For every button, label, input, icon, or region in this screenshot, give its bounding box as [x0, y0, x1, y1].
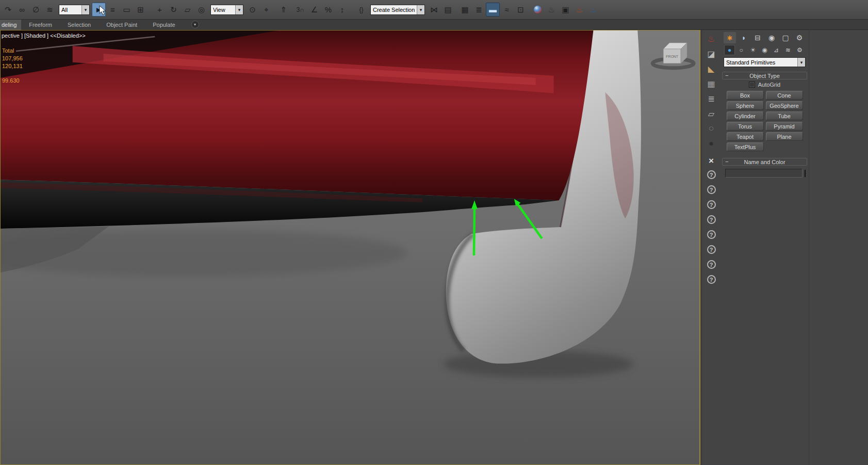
named-selection-sets-icon[interactable]: {} [354, 3, 368, 17]
subtab-space-warps[interactable]: ≋ [782, 45, 793, 55]
tab-object-paint[interactable]: Object Paint [99, 20, 145, 30]
teapot-button[interactable]: Teapot [727, 132, 764, 141]
dropdown-arrow-icon: ▾ [235, 5, 243, 14]
rendered-frame-icon[interactable]: ▣ [559, 3, 572, 17]
render-flyout-icon[interactable]: ♨ [586, 3, 600, 17]
help-icon[interactable]: ? [707, 245, 716, 254]
cylinder-button[interactable]: Cylinder [727, 111, 764, 120]
window-crossing-icon[interactable]: ⊞ [134, 3, 148, 17]
viewcube-front-label: FRONT [666, 55, 679, 58]
help-icon[interactable]: ? [707, 185, 716, 194]
object-name-input[interactable] [725, 169, 803, 178]
dropdown-arrow-icon: ▾ [797, 58, 805, 67]
help-icon[interactable]: ? [707, 230, 716, 239]
spinner-snap-icon[interactable]: ↕ [335, 3, 349, 17]
checker-map-icon[interactable]: ▦ [706, 78, 717, 89]
car-body[interactable] [1, 30, 593, 200]
select-and-scale-icon[interactable]: ▱ [181, 3, 194, 17]
close-icon[interactable]: × [709, 156, 714, 166]
tube-button[interactable]: Tube [766, 111, 803, 120]
ribbon-config-button[interactable]: ▾ [191, 21, 199, 28]
perspective-viewport[interactable]: FRONT pective ] [Shaded ] <<Disabled>> T… [0, 30, 700, 465]
tab-display[interactable]: ▢ [779, 32, 792, 43]
sphere-icon[interactable]: ● [706, 138, 717, 149]
curve-editor-icon[interactable]: ≈ [500, 3, 514, 17]
reference-coordinate-system-dropdown[interactable]: View ▾ [210, 5, 243, 15]
scene-explorer-icon[interactable]: ▦ [458, 3, 472, 17]
help-icon[interactable]: ? [707, 260, 716, 269]
select-by-name-icon[interactable]: ≡ [106, 3, 120, 17]
help-icon[interactable]: ? [707, 200, 716, 209]
redo-icon[interactable]: ↷ [1, 3, 15, 17]
tab-selection[interactable]: Selection [60, 20, 99, 30]
layer-stack-icon[interactable]: ≣ [706, 93, 717, 104]
subtab-systems[interactable]: ⚙ [794, 45, 805, 55]
unlink-selection-icon[interactable]: ∅ [29, 3, 43, 17]
subtab-geometry[interactable]: ● [724, 45, 735, 55]
select-and-manipulate-icon[interactable]: ⌖ [259, 3, 273, 17]
layer-explorer-icon[interactable]: ≣ [472, 3, 486, 17]
named-selection-value: Create Selection Se [373, 7, 416, 13]
render-setup-icon[interactable]: ♨ [545, 3, 559, 17]
select-and-link-icon[interactable]: ∞ [15, 3, 29, 17]
percent-snap-icon[interactable]: % [321, 3, 335, 17]
object-type-title: Object Type [749, 73, 780, 79]
tab-hierarchy[interactable]: ⊟ [751, 32, 764, 43]
sphere-button[interactable]: Sphere [727, 101, 764, 110]
material-sphere-glyph [534, 6, 542, 13]
textplus-button[interactable]: TextPlus [727, 142, 764, 151]
select-and-move-icon[interactable]: + [153, 3, 167, 17]
geosphere-button[interactable]: GeoSphere [766, 101, 803, 110]
subtab-helpers[interactable]: ⊿ [771, 45, 782, 55]
dotted-sphere-icon[interactable]: ◌ [706, 123, 717, 134]
command-panel: ∗ ◗ ⊟ ◉ ▢ ⚙ ● ○ ☀ ◉ ⊿ ≋ ⚙ Standard Primi… [720, 30, 809, 465]
paint-bucket-icon[interactable]: ◪ [706, 48, 717, 59]
pyramid-button[interactable]: Pyramid [766, 122, 803, 131]
ribbon-toggle-icon[interactable]: ▬ [486, 3, 500, 17]
named-selection-dropdown[interactable]: Create Selection Se ▾ [370, 5, 425, 15]
tab-modify[interactable]: ◗ [738, 32, 750, 43]
subtab-cameras[interactable]: ◉ [759, 45, 770, 55]
align-icon[interactable]: ▤ [441, 3, 455, 17]
tab-motion[interactable]: ◉ [765, 32, 778, 43]
object-color-swatch[interactable] [805, 170, 806, 177]
help-icon[interactable]: ? [707, 275, 716, 284]
tab-modeling[interactable]: deling [0, 20, 21, 30]
subtab-shapes[interactable]: ○ [736, 45, 747, 55]
select-object-icon[interactable]: ► [92, 3, 106, 17]
object-type-rollout-header[interactable]: − Object Type [722, 72, 807, 79]
select-and-place-icon[interactable]: ◎ [194, 3, 208, 17]
schematic-view-icon[interactable]: ⊡ [514, 3, 528, 17]
autogrid-checkbox[interactable] [749, 82, 755, 88]
snaps-toggle-3d-icon[interactable]: 3∩ [293, 3, 307, 17]
tab-freeform[interactable]: Freeform [21, 20, 60, 30]
use-center-icon[interactable]: ⊙ [245, 3, 259, 17]
tab-create[interactable]: ∗ [724, 32, 736, 43]
render-teapot-icon[interactable]: ♨ [706, 33, 717, 44]
triangle-ruler-icon[interactable]: ◣ [706, 63, 717, 74]
keyboard-override-icon[interactable]: ⇑ [276, 3, 290, 17]
render-production-icon[interactable]: ♨ [572, 3, 586, 17]
tab-populate[interactable]: Populate [145, 20, 183, 30]
help-icon[interactable]: ? [707, 215, 716, 224]
selection-filter-dropdown[interactable]: All ▾ [59, 5, 90, 15]
mirror-icon[interactable]: ⋈ [427, 3, 441, 17]
bind-to-space-warp-icon[interactable]: ≋ [43, 3, 57, 17]
dock-empty-area [809, 30, 868, 465]
help-icon[interactable]: ? [707, 170, 716, 179]
angle-snap-icon[interactable]: ∠ [307, 3, 321, 17]
command-panel-tabs: ∗ ◗ ⊟ ◉ ▢ ⚙ [720, 31, 809, 44]
subtab-lights[interactable]: ☀ [747, 45, 758, 55]
cone-button[interactable]: Cone [766, 91, 803, 100]
rectangular-selection-icon[interactable]: ▭ [120, 3, 134, 17]
select-and-rotate-icon[interactable]: ↻ [167, 3, 181, 17]
geometry-category-dropdown[interactable]: Standard Primitives ▾ [724, 57, 806, 67]
name-and-color-rollout-header[interactable]: − Name and Color [722, 158, 807, 166]
plane-card-icon[interactable]: ▱ [706, 108, 717, 119]
material-editor-icon[interactable] [531, 3, 545, 17]
tab-utilities[interactable]: ⚙ [793, 32, 806, 43]
box-button[interactable]: Box [727, 91, 764, 100]
plane-button[interactable]: Plane [766, 132, 803, 141]
torus-button[interactable]: Torus [727, 122, 764, 131]
viewport-canvas[interactable]: FRONT [1, 30, 699, 464]
